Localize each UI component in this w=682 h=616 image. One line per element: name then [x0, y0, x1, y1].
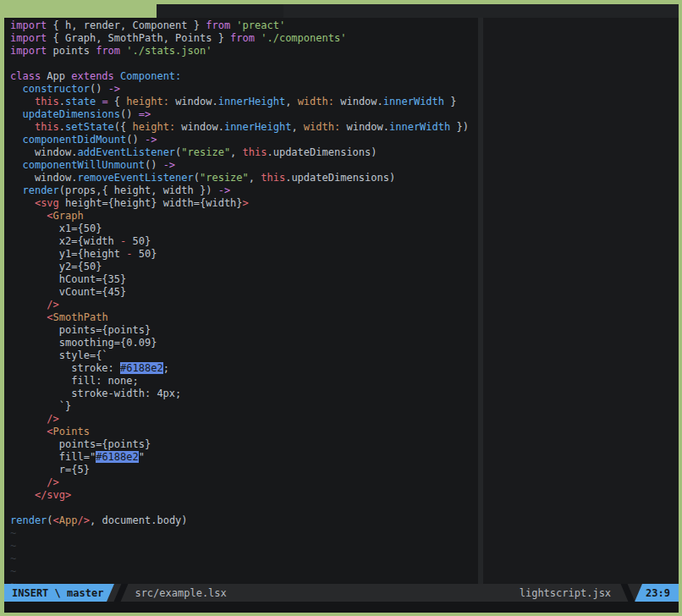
powerline-slant-icon: [107, 584, 114, 602]
cursor-position: 23:9: [642, 584, 679, 602]
empty-line-tilde: ~: [10, 540, 478, 553]
empty-line-tilde: ~: [10, 578, 478, 584]
code-line[interactable]: import { Graph, SmothPath, Points } from…: [10, 32, 478, 45]
empty-line-tilde: ~: [10, 527, 478, 540]
editor-window: s/example.lsx import { h, render, Compon…: [4, 4, 679, 613]
code-line[interactable]: points={points}: [10, 438, 478, 451]
code-line[interactable]: render(props,{ height, width }) ->: [10, 184, 478, 197]
code-line[interactable]: stroke-width: 4px;: [10, 388, 478, 400]
powerline-darksep-icon: [621, 584, 635, 602]
code-line[interactable]: render(<App/>, document.body): [10, 514, 478, 527]
tab-active-example-lsx[interactable]: s/example.lsx: [4, 4, 157, 18]
code-line[interactable]: points={points}: [10, 324, 478, 337]
code-line[interactable]: class App extends Component:: [10, 70, 478, 83]
code-line[interactable]: />: [10, 476, 478, 489]
code-line[interactable]: <SmothPath: [10, 311, 478, 324]
code-line[interactable]: componentWillUnmount() ->: [10, 159, 478, 172]
command-line[interactable]: [4, 602, 679, 613]
code-line[interactable]: constructor() ->: [10, 83, 478, 96]
code-line[interactable]: smoothing={0.09}: [10, 337, 478, 349]
code-line[interactable]: fill="#6188e2": [10, 451, 478, 464]
code-line[interactable]: stroke: #6188e2;: [10, 362, 478, 375]
code-line[interactable]: fill: none;: [10, 375, 478, 388]
code-line[interactable]: </svg>: [10, 489, 478, 502]
powerline-slant-icon: [635, 584, 642, 602]
code-line[interactable]: hCount={35}: [10, 273, 478, 286]
code-line[interactable]: updateDimensions() =>: [10, 108, 478, 121]
code-line[interactable]: x2={width - 50}: [10, 235, 478, 248]
code-editor[interactable]: import { h, render, Component } from 'pr…: [4, 18, 478, 584]
code-line[interactable]: />: [10, 413, 478, 426]
statusbar-spacer: [227, 584, 520, 602]
code-line[interactable]: window.addEventListener("resize", this.u…: [10, 146, 478, 159]
code-line[interactable]: [10, 58, 478, 70]
code-line[interactable]: <Points: [10, 426, 478, 438]
code-line[interactable]: componentDidMount() ->: [10, 134, 478, 146]
mode-indicator: INSERT: [12, 587, 48, 599]
empty-line-tilde: ~: [10, 565, 478, 578]
empty-right-pane: [483, 18, 679, 584]
code-line[interactable]: <svg height={height} width={width}>: [10, 197, 478, 210]
code-line[interactable]: this.state = { height: window.innerHeigh…: [10, 96, 478, 108]
segment-separator: \: [48, 587, 67, 599]
tab-bar: s/example.lsx: [4, 4, 679, 18]
code-line[interactable]: `}: [10, 400, 478, 413]
code-line[interactable]: r={5}: [10, 464, 478, 476]
main-area: import { h, render, Component } from 'pr…: [4, 18, 679, 584]
file-path: src/example.lsx: [126, 584, 226, 602]
code-line[interactable]: <Graph: [10, 210, 478, 223]
code-line[interactable]: y1={height - 50}: [10, 248, 478, 261]
code-line[interactable]: this.setState({ height: window.innerHeig…: [10, 121, 478, 134]
code-line[interactable]: [10, 502, 478, 514]
code-line[interactable]: import { h, render, Component } from 'pr…: [10, 19, 478, 32]
code-line[interactable]: style={`: [10, 349, 478, 362]
git-branch: master: [67, 587, 103, 599]
window-border: s/example.lsx import { h, render, Compon…: [0, 0, 682, 616]
tab-bar-shadow: [157, 4, 283, 18]
code-line[interactable]: x1={50}: [10, 223, 478, 235]
code-line[interactable]: window.removeEventListener("resize", thi…: [10, 172, 478, 184]
status-bar: INSERT \ master src/example.lsx lightscr…: [4, 584, 679, 602]
code-line[interactable]: y2={50}: [10, 261, 478, 273]
code-line[interactable]: />: [10, 299, 478, 311]
code-line[interactable]: import points from './stats.json': [10, 45, 478, 58]
mode-branch-segment: INSERT \ master: [4, 584, 107, 602]
filetype-label: lightscript.jsx: [520, 584, 623, 602]
empty-line-tilde: ~: [10, 553, 478, 565]
code-line[interactable]: vCount={45}: [10, 286, 478, 299]
